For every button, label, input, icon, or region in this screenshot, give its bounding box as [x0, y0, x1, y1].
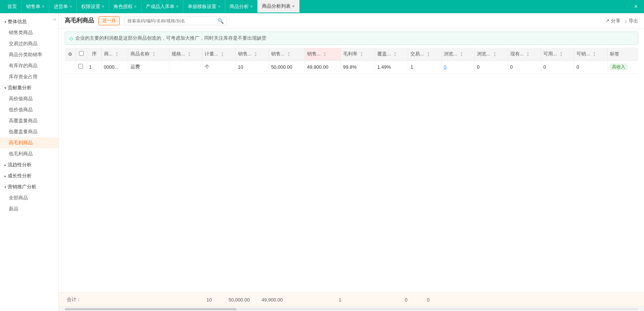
window-controls: ×: [631, 1, 641, 12]
col-views1[interactable]: 浏览... ▲▼: [441, 48, 474, 61]
col-tag[interactable]: 标签: [607, 48, 638, 61]
sidebar-item-low-margin[interactable]: 低毛利商品: [0, 148, 58, 159]
col-product-code[interactable]: 商... ▲▼: [101, 48, 128, 61]
group-arrow-growth: ▸: [4, 174, 6, 178]
col-sales1[interactable]: 销售... ▲▼: [235, 48, 269, 61]
sidebar-item-new-goods[interactable]: 新品: [0, 203, 58, 214]
search-icon[interactable]: 🔍: [217, 18, 224, 24]
sidebar-group-growth[interactable]: ▸ 成长性分析: [0, 170, 58, 181]
filter-recent-month[interactable]: 近一月: [98, 16, 120, 25]
sort-icon: ▲▼: [360, 51, 363, 57]
sidebar-item-high-value[interactable]: 高价值商品: [0, 93, 58, 104]
footer-spacer5: [175, 298, 204, 301]
sidebar-group-overall[interactable]: ▾ 整体信息: [0, 16, 58, 27]
sidebar-item-category-rate[interactable]: 商品分类助销率: [0, 49, 58, 60]
info-text: 企业的主要的利润都是这部分商品创造的，可考虑加大推广，同时关注库存是不要出现缺货: [75, 35, 266, 41]
sidebar-item-traded-goods[interactable]: 交易过的商品: [0, 38, 58, 49]
cell-checkbox[interactable]: [76, 61, 87, 73]
col-unit[interactable]: 计量... ▲▼: [202, 48, 235, 61]
col-product-name[interactable]: 商品名称 ▲▼: [128, 48, 169, 61]
close-purchase-order[interactable]: ×: [69, 4, 72, 9]
sort-icon: ▲▼: [526, 51, 529, 57]
nav-product-inbound[interactable]: 产成品入库单 ×: [141, 0, 183, 13]
nav-purchase-order[interactable]: 进货单 ×: [49, 0, 77, 13]
footer-spacer1: [94, 298, 105, 301]
cell-code: 0000...: [101, 61, 128, 73]
col-gross-rate[interactable]: 毛利率 ▲▼: [341, 48, 375, 61]
sort-icon: ▲▼: [394, 51, 397, 57]
content-header: 高毛利商品 近一月 🔍 ↗ 分享 ↓ 导出: [59, 13, 644, 29]
col-views2[interactable]: 浏览... ▲▼: [475, 48, 508, 61]
sidebar-item-high-coverage[interactable]: 高覆盖量商品: [0, 115, 58, 126]
sidebar-item-low-coverage[interactable]: 低覆盖量商品: [0, 126, 58, 137]
close-permission-settings[interactable]: ×: [102, 4, 104, 9]
select-all-checkbox[interactable]: [79, 51, 84, 56]
cell-spec: [169, 61, 202, 73]
horizontal-scrollbar[interactable]: [59, 307, 644, 311]
sidebar-group-marketing[interactable]: ▾ 营销推广分析: [0, 181, 58, 192]
sort-icon: ▲▼: [493, 51, 496, 57]
sidebar: « ▾ 整体信息 销售类商品 交易过的商品 商品分类助销率 有库存的商品 库存资…: [0, 13, 59, 311]
group-arrow-overall: ▾: [4, 20, 6, 24]
cell-available: 0: [541, 61, 574, 73]
sidebar-group-contribution[interactable]: ▾ 贡献量分析: [0, 82, 58, 93]
sidebar-group-trend[interactable]: ▸ 流趋性分析: [0, 159, 58, 170]
sort-icon: ▲▼: [427, 51, 430, 57]
nav-template-settings[interactable]: 单据模板设置 ×: [183, 0, 225, 13]
nav-permission-settings[interactable]: 权限设置 ×: [77, 0, 109, 13]
content-area: 高毛利商品 近一月 🔍 ↗ 分享 ↓ 导出 ◇ 企业的主要的利润都是这部分商品创…: [59, 13, 644, 311]
footer-spacer6: [292, 298, 314, 301]
top-navigation: 首页 销售单 × 进货单 × 权限设置 × 角色授权 × 产成品入库单 × 单据…: [0, 0, 644, 13]
nav-home[interactable]: 首页: [3, 0, 22, 13]
sidebar-item-in-stock[interactable]: 有库存的商品: [0, 60, 58, 71]
col-settings[interactable]: ⚙: [65, 48, 76, 61]
cell-unit: 个: [202, 61, 235, 73]
scrollbar-thumb[interactable]: [65, 308, 237, 310]
close-product-inbound[interactable]: ×: [176, 4, 179, 9]
nav-role-auth[interactable]: 角色授权 ×: [109, 0, 141, 13]
share-icon: ↗: [605, 18, 609, 23]
window-close-button[interactable]: ×: [631, 1, 641, 12]
cell-transactions: 1: [408, 61, 441, 73]
sidebar-item-sales-goods[interactable]: 销售类商品: [0, 27, 58, 38]
sidebar-collapse-button[interactable]: «: [53, 16, 56, 22]
sidebar-item-high-margin[interactable]: 高毛利商品: [0, 137, 58, 148]
close-role-auth[interactable]: ×: [134, 4, 137, 9]
scrollbar-track[interactable]: [65, 308, 638, 310]
search-input[interactable]: [127, 18, 217, 23]
nav-product-analysis-list[interactable]: 商品分析列表 ×: [258, 0, 299, 13]
col-available[interactable]: 可用... ▲▼: [541, 48, 574, 61]
sort-icon: ▲▼: [323, 51, 326, 57]
nav-sales-order[interactable]: 销售单 ×: [22, 0, 49, 13]
col-transactions[interactable]: 交易... ▲▼: [408, 48, 441, 61]
nav-product-analysis[interactable]: 商品分析 ×: [225, 0, 258, 13]
cell-views1[interactable]: 0: [441, 61, 474, 73]
footer-spacer8: [359, 298, 381, 301]
export-button[interactable]: ↓ 导出: [625, 18, 638, 24]
sidebar-item-low-value[interactable]: 低价值商品: [0, 104, 58, 115]
close-template-settings[interactable]: ×: [218, 4, 220, 9]
col-checkbox[interactable]: [76, 48, 87, 61]
col-spec[interactable]: 规格... ▲▼: [169, 48, 202, 61]
views1-link[interactable]: 0: [444, 64, 446, 70]
data-table: ⚙ 序 商... ▲▼ 商品名称 ▲▼: [65, 48, 638, 73]
share-button[interactable]: ↗ 分享: [605, 18, 620, 24]
close-product-analysis-list[interactable]: ×: [292, 4, 295, 9]
search-box: 🔍: [124, 17, 227, 25]
col-sellable[interactable]: 可销... ▲▼: [574, 48, 607, 61]
col-current[interactable]: 现有... ▲▼: [508, 48, 541, 61]
col-sales2[interactable]: 销售... ▲▼: [269, 48, 305, 61]
footer-spacer4: [138, 298, 175, 301]
sidebar-item-all-goods[interactable]: 全部商品: [0, 192, 58, 203]
table-container[interactable]: ⚙ 序 商... ▲▼ 商品名称 ▲▼: [59, 48, 644, 292]
col-coverage[interactable]: 覆盖... ▲▼: [375, 48, 408, 61]
footer-totals: 合计： 10 50,000.00 49,900.00 1 0 0: [59, 292, 644, 307]
close-product-analysis[interactable]: ×: [250, 4, 253, 9]
sidebar-item-stock-capital[interactable]: 库存资金占用: [0, 71, 58, 82]
row-checkbox[interactable]: [78, 64, 83, 69]
sort-icon: ▲▼: [221, 51, 224, 57]
page-title: 高毛利商品: [65, 17, 94, 25]
settings-icon[interactable]: ⚙: [68, 51, 72, 57]
col-sales3[interactable]: 销售... ▲▼: [305, 48, 341, 61]
close-sales-order[interactable]: ×: [42, 4, 44, 9]
